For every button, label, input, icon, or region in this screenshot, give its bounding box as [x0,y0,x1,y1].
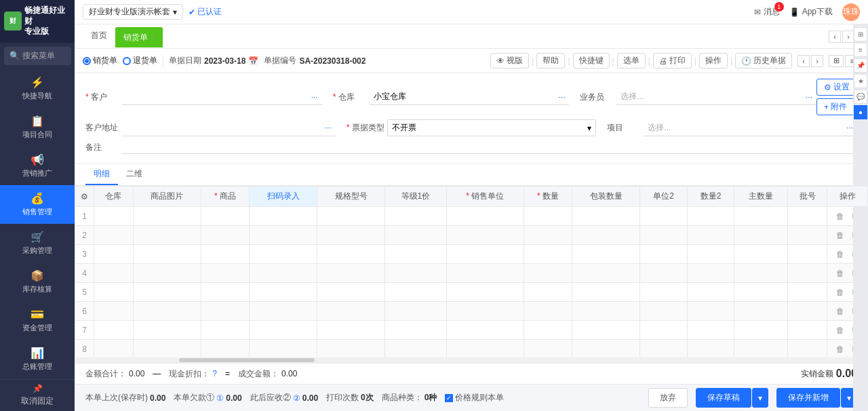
row-qty2[interactable] [687,207,734,226]
row-pack-qty[interactable] [572,245,640,264]
row-pack-qty[interactable] [572,340,640,358]
row-price1[interactable] [385,302,447,321]
row-pack-qty[interactable] [572,321,640,340]
row-product-img[interactable] [133,264,201,283]
row-spec[interactable] [317,321,385,340]
right-panel-btn-6[interactable]: ● [854,105,867,119]
row-price1[interactable] [385,321,447,340]
row-product-img[interactable] [133,283,201,302]
row-barcode[interactable] [250,302,317,321]
sidebar-search[interactable]: 🔍 搜索菜单 [4,47,71,65]
right-panel-btn-4[interactable]: ★ [854,74,867,88]
row-main-qty[interactable] [734,264,788,283]
row-product-img[interactable] [133,226,201,245]
row-unit2[interactable] [640,226,688,245]
row-warehouse[interactable] [94,226,134,245]
row-price1[interactable] [385,264,447,283]
row-unit2[interactable] [640,245,688,264]
row-barcode[interactable] [250,283,317,302]
grid-view-btn[interactable]: ⊞ [829,55,844,67]
record-prev-btn[interactable]: ‹ [797,55,810,67]
shortcut-btn[interactable]: 快捷键 [573,53,610,68]
save-new-btn[interactable]: 保存并新增 [776,388,840,408]
operate-btn[interactable]: 操作 [699,53,728,68]
row-product[interactable] [201,340,250,358]
sidebar-item-fund[interactable]: 💳 资金管理 [0,301,75,340]
row-warehouse[interactable] [94,245,134,264]
row-pack-qty[interactable] [572,226,640,245]
row-sales-unit[interactable] [446,226,524,245]
user-avatar[interactable]: 珠珠 [842,3,860,21]
save-draft-btn[interactable]: 保存草稿 [696,388,751,408]
salesperson-input[interactable]: 选择... ··· [616,89,816,105]
right-panel-btn-3[interactable]: 📌 [854,58,867,73]
sidebar-item-inventory[interactable]: 📦 库存核算 [0,262,75,301]
table-container[interactable]: ⚙ 仓库 商品图片 商品 扫码录入 规格型号 等级1价 销售单位 数量 包装数量… [75,186,868,357]
row-sales-unit[interactable] [446,302,524,321]
row-qty2[interactable] [687,302,734,321]
row-spec[interactable] [317,226,385,245]
row-price1[interactable] [385,226,447,245]
row-spec[interactable] [317,302,385,321]
row-spec[interactable] [317,264,385,283]
row-unit2[interactable] [640,264,688,283]
row-qty[interactable] [524,226,572,245]
row-warehouse[interactable] [94,283,134,302]
row-pack-qty[interactable] [572,264,640,283]
row-qty[interactable] [524,245,572,264]
row-main-qty[interactable] [734,207,788,226]
view-btn[interactable]: 👁 视版 [490,53,529,68]
row-batch[interactable] [788,302,827,321]
warehouse-dots-btn[interactable]: ··· [558,92,565,102]
row-barcode[interactable] [250,264,317,283]
row-delete-btn[interactable]: 🗑 [834,324,846,336]
row-product[interactable] [201,245,250,264]
row-spec[interactable] [317,283,385,302]
tab-home[interactable]: 首页 [83,24,115,49]
receivable-help-icon[interactable]: ② [293,393,300,403]
row-warehouse[interactable] [94,264,134,283]
unpin-btn[interactable]: 📌 取消固定 [0,379,75,411]
scroll-thumb[interactable] [179,358,315,362]
row-sales-unit[interactable] [446,245,524,264]
row-spec[interactable] [317,245,385,264]
tab-detail[interactable]: 明细 [85,164,118,185]
row-product[interactable] [201,226,250,245]
row-unit2[interactable] [640,283,688,302]
row-product-img[interactable] [133,302,201,321]
calendar-icon[interactable]: 📅 [248,56,258,66]
row-qty2[interactable] [687,283,734,302]
sidebar-item-accounting[interactable]: 📊 总账管理 [0,340,75,378]
row-product-img[interactable] [133,207,201,226]
row-qty2[interactable] [687,340,734,358]
tab-prev-btn[interactable]: ‹ [829,31,841,43]
row-warehouse[interactable] [94,302,134,321]
row-price1[interactable] [385,283,447,302]
row-warehouse[interactable] [94,321,134,340]
row-barcode[interactable] [250,321,317,340]
project-input[interactable]: 选择... ··· [644,120,857,136]
row-qty[interactable] [524,283,572,302]
row-product[interactable] [201,207,250,226]
row-product[interactable] [201,283,250,302]
row-delete-btn[interactable]: 🗑 [834,210,846,222]
radio-sales[interactable]: 销货单 [83,55,117,66]
app-download-btn[interactable]: 📱 App下载 [789,6,833,18]
row-qty[interactable] [524,340,572,358]
sidebar-item-purchase[interactable]: 🛒 采购管理 [0,224,75,262]
row-delete-btn[interactable]: 🗑 [834,267,846,279]
row-product-img[interactable] [133,321,201,340]
company-selector[interactable]: 好业财专业版演示帐套 ▾ [83,4,183,20]
row-batch[interactable] [788,340,827,358]
remark-input[interactable] [122,140,857,154]
row-delete-btn[interactable]: 🗑 [834,229,846,241]
right-panel-btn-2[interactable]: ≡ [854,43,867,57]
row-qty[interactable] [524,321,572,340]
horizontal-scrollbar[interactable] [75,357,868,363]
help-icon[interactable]: ? [212,369,217,378]
salesperson-dots-btn[interactable]: ··· [806,92,812,102]
address-input[interactable]: ··· [122,120,336,136]
row-delete-btn[interactable]: 🗑 [834,286,846,298]
sidebar-item-sales[interactable]: 💰 销售管理 [0,185,75,224]
row-batch[interactable] [788,245,827,264]
